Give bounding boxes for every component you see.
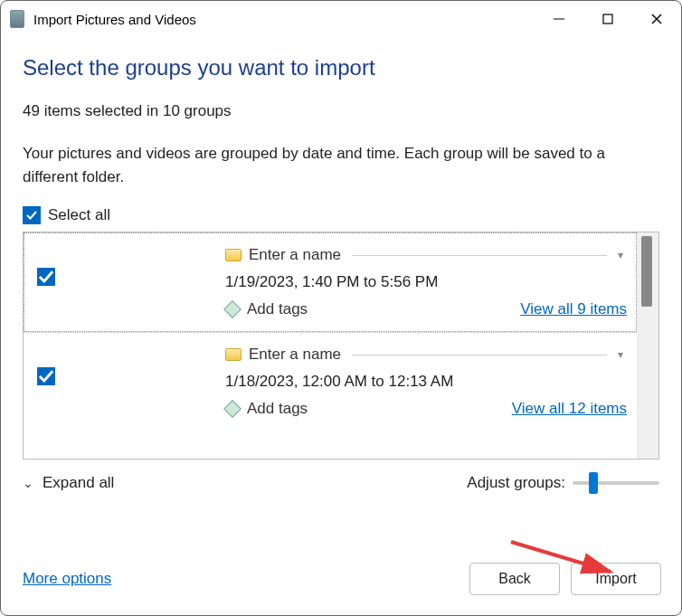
window-controls bbox=[535, 1, 681, 37]
chevron-down-icon[interactable]: ▾ bbox=[614, 249, 627, 261]
group-bottom-row: Add tags View all 12 items bbox=[225, 400, 627, 418]
close-button[interactable] bbox=[632, 1, 681, 37]
chevron-down-icon: ⌄ bbox=[23, 476, 33, 490]
tag-icon bbox=[225, 302, 240, 317]
group-date-range: 1/18/2023, 12:00 AM to 12:13 AM bbox=[225, 373, 627, 391]
slider-track bbox=[573, 481, 659, 485]
bottom-bar: More options Back Import bbox=[1, 552, 681, 615]
footer-controls: ⌄ Expand all Adjust groups: bbox=[23, 460, 659, 501]
content-area: Select the groups you want to import 49 … bbox=[1, 37, 681, 552]
name-underline bbox=[352, 255, 607, 256]
page-heading: Select the groups you want to import bbox=[23, 55, 659, 81]
tags-row: Add tags bbox=[225, 400, 308, 418]
titlebar: Import Pictures and Videos bbox=[1, 1, 681, 37]
view-all-link[interactable]: View all 12 items bbox=[512, 400, 627, 418]
group-date-range: 1/19/2023, 1:40 PM to 5:56 PM bbox=[225, 273, 627, 291]
group-details: Enter a name ▾ 1/18/2023, 12:00 AM to 12… bbox=[225, 346, 627, 418]
folder-icon bbox=[225, 348, 242, 361]
group-item[interactable]: Enter a name ▾ 1/18/2023, 12:00 AM to 12… bbox=[24, 332, 637, 431]
name-input[interactable]: Enter a name bbox=[249, 346, 341, 364]
scrollbar[interactable] bbox=[637, 232, 658, 459]
group-checkbox[interactable] bbox=[37, 367, 55, 385]
select-all-label: Select all bbox=[48, 206, 110, 224]
maximize-button[interactable] bbox=[583, 1, 632, 37]
adjust-groups-label: Adjust groups: bbox=[467, 474, 565, 492]
expand-all-toggle[interactable]: ⌄ Expand all bbox=[23, 474, 114, 492]
group-item[interactable]: Enter a name ▾ 1/19/2023, 1:40 PM to 5:5… bbox=[24, 232, 637, 332]
group-name-row: Enter a name ▾ bbox=[225, 346, 627, 364]
minimize-button[interactable] bbox=[535, 1, 583, 37]
window-title: Import Pictures and Videos bbox=[33, 12, 535, 27]
slider-thumb[interactable] bbox=[589, 472, 598, 494]
group-details: Enter a name ▾ 1/19/2023, 1:40 PM to 5:5… bbox=[225, 246, 627, 318]
chevron-down-icon[interactable]: ▾ bbox=[614, 348, 627, 361]
group-bottom-row: Add tags View all 9 items bbox=[225, 300, 627, 318]
back-button[interactable]: Back bbox=[469, 563, 560, 595]
app-icon bbox=[10, 10, 24, 28]
import-window: Import Pictures and Videos Select the gr… bbox=[0, 0, 682, 616]
group-checkbox[interactable] bbox=[37, 268, 55, 286]
adjust-groups-slider[interactable] bbox=[573, 472, 659, 494]
groups-list: Enter a name ▾ 1/19/2023, 1:40 PM to 5:5… bbox=[23, 232, 659, 460]
select-all-row: Select all bbox=[23, 206, 659, 224]
groups-scroll-area: Enter a name ▾ 1/19/2023, 1:40 PM to 5:5… bbox=[24, 232, 637, 459]
tags-input[interactable]: Add tags bbox=[247, 300, 308, 318]
group-name-row: Enter a name ▾ bbox=[225, 246, 627, 264]
description-text: Your pictures and videos are grouped by … bbox=[23, 142, 659, 188]
tag-icon bbox=[225, 402, 240, 416]
selection-status: 49 items selected in 10 groups bbox=[23, 102, 659, 120]
select-all-checkbox[interactable] bbox=[23, 206, 41, 224]
tags-input[interactable]: Add tags bbox=[247, 400, 308, 418]
more-options-link[interactable]: More options bbox=[23, 570, 111, 588]
svg-rect-1 bbox=[603, 14, 612, 24]
import-button[interactable]: Import bbox=[571, 563, 661, 595]
expand-all-label: Expand all bbox=[43, 474, 114, 492]
folder-icon bbox=[225, 249, 242, 261]
scrollbar-thumb[interactable] bbox=[641, 236, 652, 307]
view-all-link[interactable]: View all 9 items bbox=[520, 300, 627, 318]
name-underline bbox=[352, 355, 607, 355]
tags-row: Add tags bbox=[225, 300, 308, 318]
name-input[interactable]: Enter a name bbox=[249, 246, 341, 264]
